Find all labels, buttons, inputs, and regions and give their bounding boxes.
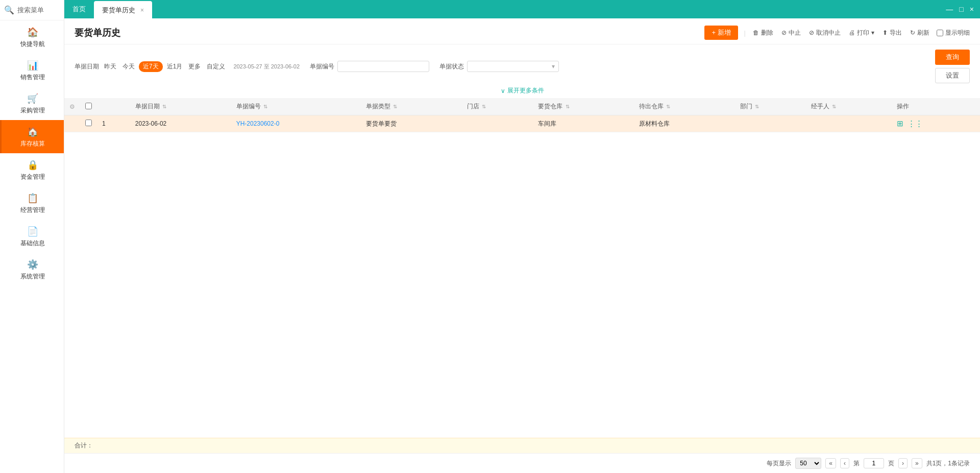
query-button[interactable]: 查询 bbox=[935, 50, 970, 65]
last-page-btn[interactable]: » bbox=[912, 458, 922, 468]
display-cells-checkbox[interactable] bbox=[937, 30, 943, 36]
page-size-select[interactable]: 20 50 100 bbox=[795, 458, 821, 469]
restore-button[interactable]: □ bbox=[959, 5, 963, 13]
refresh-button[interactable]: ↻ 刷新 bbox=[909, 27, 930, 39]
display-cells-toggle[interactable]: 显示明细 bbox=[937, 29, 970, 37]
sidebar-item-system[interactable]: ⚙️ 系统管理 bbox=[0, 253, 64, 286]
minimize-button[interactable]: — bbox=[946, 5, 953, 13]
first-page-btn[interactable]: « bbox=[825, 458, 836, 468]
table-col-store[interactable]: 门店 ⇅ bbox=[462, 98, 533, 115]
col-doc-type-label: 单据类型 bbox=[366, 103, 390, 110]
cancel-stop-icon: ⊘ bbox=[809, 29, 814, 36]
sidebar-item-purchase[interactable]: 🛒 采购管理 bbox=[0, 87, 64, 120]
sidebar-item-inventory[interactable]: 🏠 库存核算 bbox=[0, 120, 64, 153]
tab-home[interactable]: 首页 bbox=[64, 0, 94, 18]
status-filter-group: 单据状态 ▾ bbox=[439, 61, 559, 72]
col-req-warehouse-label: 要货仓库 bbox=[538, 103, 562, 110]
row-handler bbox=[806, 115, 892, 132]
delete-button[interactable]: 🗑 删除 bbox=[752, 27, 774, 39]
page-number-input[interactable] bbox=[864, 458, 884, 468]
row-op-view-icon[interactable]: ⊞ bbox=[897, 119, 903, 128]
table-col-doc-no[interactable]: 单据编号 ⇅ bbox=[231, 98, 361, 115]
sidebar-search[interactable]: 🔍 搜索菜单 bbox=[0, 0, 64, 20]
export-icon: ⬆ bbox=[883, 29, 888, 36]
new-button[interactable]: + 新增 bbox=[704, 26, 738, 40]
date-btn-yesterday[interactable]: 昨天 bbox=[102, 61, 118, 72]
table-row: 1 2023-06-02 YH-20230602-0 要货单要货 车间库 原材料… bbox=[64, 115, 980, 132]
export-button[interactable]: ⬆ 导出 bbox=[881, 27, 903, 39]
close-button[interactable]: × bbox=[970, 5, 974, 13]
date-btn-7days[interactable]: 近7天 bbox=[139, 61, 163, 72]
sidebar: 🔍 搜索菜单 🏠 快捷导航 📊 销售管理 🛒 采购管理 🏠 库存核算 🔒 资金管… bbox=[0, 0, 64, 473]
sidebar-item-label: 库存核算 bbox=[20, 139, 45, 148]
row-doc-no: YH-20230602-0 bbox=[231, 115, 361, 132]
sidebar-item-quick-nav[interactable]: 🏠 快捷导航 bbox=[0, 20, 64, 54]
stop-icon: ⊘ bbox=[781, 29, 787, 36]
sort-dept-icon: ⇅ bbox=[755, 104, 759, 109]
prev-page-btn[interactable]: ‹ bbox=[840, 458, 849, 468]
row-doc-date: 2023-06-02 bbox=[130, 115, 231, 132]
row-pending-warehouse: 原材料仓库 bbox=[634, 115, 735, 132]
table-col-pending-warehouse[interactable]: 待出仓库 ⇅ bbox=[634, 98, 735, 115]
col-doc-no-label: 单据编号 bbox=[236, 103, 261, 110]
row-op: ⊞ ⋮⋮ bbox=[892, 115, 980, 132]
table-col-settings[interactable]: ⚙ bbox=[64, 98, 80, 115]
col-op-label: 操作 bbox=[897, 103, 909, 110]
col-pending-warehouse-label: 待出仓库 bbox=[639, 103, 664, 110]
status-select[interactable] bbox=[467, 61, 559, 72]
table-col-doc-type[interactable]: 单据类型 ⇅ bbox=[361, 98, 462, 115]
next-page-btn[interactable]: › bbox=[898, 458, 908, 468]
sidebar-item-sales[interactable]: 📊 销售管理 bbox=[0, 54, 64, 87]
tab-requisition-history[interactable]: 要货单历史 × bbox=[94, 1, 152, 19]
row-no: 1 bbox=[97, 115, 130, 132]
sidebar-item-label: 系统管理 bbox=[20, 272, 45, 281]
col-doc-date-label: 单据日期 bbox=[135, 103, 160, 110]
tab-close-icon[interactable]: × bbox=[140, 7, 144, 14]
topbar: 首页 要货单历史 × — □ × bbox=[64, 0, 980, 18]
print-button[interactable]: 🖨 打印 ▾ bbox=[848, 27, 875, 39]
select-all-checkbox[interactable] bbox=[85, 103, 92, 109]
expand-more-btn[interactable]: ∨ 展开更多条件 bbox=[64, 83, 980, 98]
col-dept-label: 部门 bbox=[740, 103, 752, 110]
row-op-more-icon[interactable]: ⋮⋮ bbox=[908, 119, 923, 128]
filter-settings-button[interactable]: 设置 bbox=[935, 68, 970, 83]
refresh-label: 刷新 bbox=[917, 29, 929, 37]
status-label: 单据状态 bbox=[439, 62, 464, 71]
row-doc-no-link[interactable]: YH-20230602-0 bbox=[236, 120, 280, 127]
row-checkbox-cell[interactable] bbox=[80, 115, 97, 132]
sidebar-item-finance[interactable]: 🔒 资金管理 bbox=[0, 153, 64, 186]
date-btn-more[interactable]: 更多 bbox=[186, 61, 203, 72]
row-settings-cell bbox=[64, 115, 80, 132]
cancel-stop-button[interactable]: ⊘ 取消中止 bbox=[808, 27, 842, 39]
table-col-doc-date[interactable]: 单据日期 ⇅ bbox=[130, 98, 231, 115]
sort-doc-type-icon: ⇅ bbox=[393, 104, 397, 109]
table-col-dept[interactable]: 部门 ⇅ bbox=[735, 98, 806, 115]
table-col-req-warehouse[interactable]: 要货仓库 ⇅ bbox=[533, 98, 634, 115]
row-checkbox[interactable] bbox=[85, 120, 92, 126]
delete-icon: 🗑 bbox=[753, 29, 759, 36]
tab-requisition-history-label: 要货单历史 bbox=[102, 6, 135, 15]
page-label: 第 bbox=[853, 459, 860, 468]
status-select-container: ▾ bbox=[467, 61, 559, 72]
date-btn-today[interactable]: 今天 bbox=[120, 61, 137, 72]
inventory-icon: 🏠 bbox=[27, 126, 38, 137]
sort-doc-date-icon: ⇅ bbox=[162, 104, 166, 109]
stop-button[interactable]: ⊘ 中止 bbox=[780, 27, 802, 39]
sort-doc-no-icon: ⇅ bbox=[263, 104, 267, 109]
export-label: 导出 bbox=[890, 29, 902, 37]
print-icon: 🖨 bbox=[849, 29, 855, 36]
data-table: ⚙ 单据日期 ⇅ 单据编号 ⇅ bbox=[64, 98, 980, 132]
page-header: 要货单历史 + 新增 | 🗑 删除 ⊘ 中止 ⊘ 取消中止 🖨 bbox=[64, 18, 980, 44]
date-btn-1month[interactable]: 近1月 bbox=[165, 61, 185, 72]
sort-pending-warehouse-icon: ⇅ bbox=[666, 104, 670, 109]
date-btn-custom[interactable]: 自定义 bbox=[205, 61, 227, 72]
table-body: 1 2023-06-02 YH-20230602-0 要货单要货 车间库 原材料… bbox=[64, 115, 980, 132]
doc-no-input[interactable] bbox=[337, 61, 429, 72]
summary-bar: 合计： bbox=[64, 438, 980, 453]
sidebar-search-label: 搜索菜单 bbox=[17, 6, 44, 15]
sort-req-warehouse-icon: ⇅ bbox=[566, 104, 570, 109]
table-col-handler[interactable]: 经手人 ⇅ bbox=[806, 98, 892, 115]
sidebar-item-operation[interactable]: 📋 经营管理 bbox=[0, 186, 64, 220]
sidebar-item-basic[interactable]: 📄 基础信息 bbox=[0, 220, 64, 253]
col-store-label: 门店 bbox=[467, 103, 479, 110]
